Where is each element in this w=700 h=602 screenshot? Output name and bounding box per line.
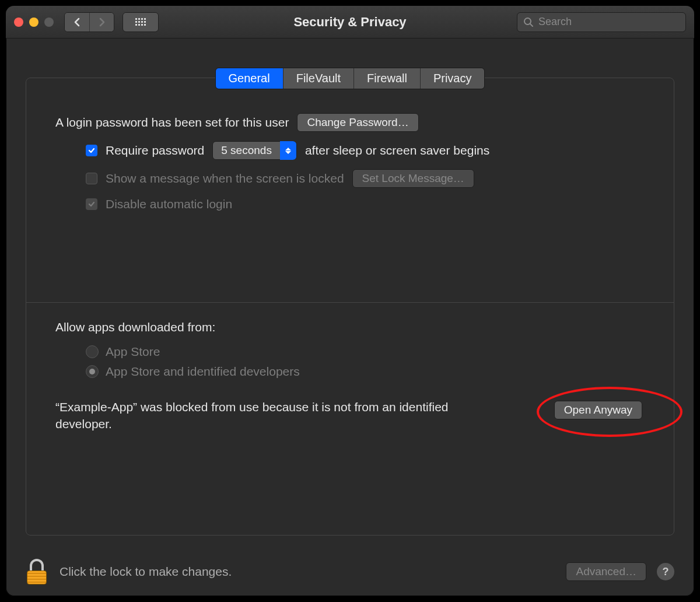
disable-auto-login-checkbox [86, 198, 97, 210]
lock-hint-text: Click the lock to make changes. [60, 565, 232, 579]
blocked-app-message: “Example-App” was blocked from use becau… [55, 398, 464, 433]
minimize-window-button[interactable] [29, 18, 38, 27]
nav-buttons [64, 12, 114, 32]
close-window-button[interactable] [14, 18, 23, 27]
show-lock-message-checkbox [86, 173, 97, 184]
require-password-checkbox[interactable] [86, 145, 97, 156]
open-anyway-button[interactable]: Open Anyway [554, 401, 642, 419]
disable-auto-login-label: Disable automatic login [106, 197, 232, 211]
require-password-delay-value: 5 seconds [221, 144, 272, 157]
footer: Click the lock to make changes. Advanced… [6, 547, 694, 596]
titlebar: Security & Privacy [6, 6, 694, 38]
advanced-button[interactable]: Advanced… [566, 562, 646, 581]
radio-app-store-label: App Store [106, 345, 160, 359]
search-input[interactable] [538, 16, 680, 28]
tab-bar: General FileVault Firewall Privacy [215, 68, 485, 89]
chevron-updown-icon [280, 141, 296, 160]
tab-privacy[interactable]: Privacy [420, 68, 485, 89]
back-button[interactable] [65, 13, 89, 32]
require-password-delay-select[interactable]: 5 seconds [212, 141, 297, 160]
show-lock-message-label: Show a message when the screen is locked [106, 172, 344, 186]
lock-icon[interactable] [26, 559, 48, 584]
zoom-window-button [44, 18, 54, 27]
search-field[interactable] [517, 12, 686, 32]
radio-identified-developers [86, 365, 99, 378]
window-title: Security & Privacy [293, 15, 406, 30]
set-lock-message-button: Set Lock Message… [352, 169, 474, 188]
tab-filevault[interactable]: FileVault [283, 68, 354, 89]
tab-firewall[interactable]: Firewall [354, 68, 420, 89]
grid-icon [135, 18, 146, 26]
radio-identified-developers-label: App Store and identified developers [106, 365, 300, 379]
help-button[interactable]: ? [657, 563, 674, 580]
allow-apps-title: Allow apps downloaded from: [55, 320, 645, 334]
require-password-suffix: after sleep or screen saver begins [305, 144, 489, 158]
show-all-button[interactable] [123, 12, 159, 32]
divider [26, 302, 674, 303]
login-password-set-text: A login password has been set for this u… [55, 116, 289, 130]
body: General FileVault Firewall Privacy A log… [6, 38, 694, 547]
forward-button [89, 13, 114, 32]
require-password-prefix: Require password [106, 144, 204, 158]
window-controls [14, 18, 54, 27]
tab-general[interactable]: General [216, 68, 283, 89]
change-password-button[interactable]: Change Password… [297, 113, 418, 132]
svg-line-1 [530, 24, 533, 26]
general-panel: A login password has been set for this u… [26, 78, 674, 536]
search-icon [523, 17, 534, 27]
preferences-window: Security & Privacy General FileVault Fir… [6, 6, 694, 596]
radio-app-store [86, 345, 99, 358]
